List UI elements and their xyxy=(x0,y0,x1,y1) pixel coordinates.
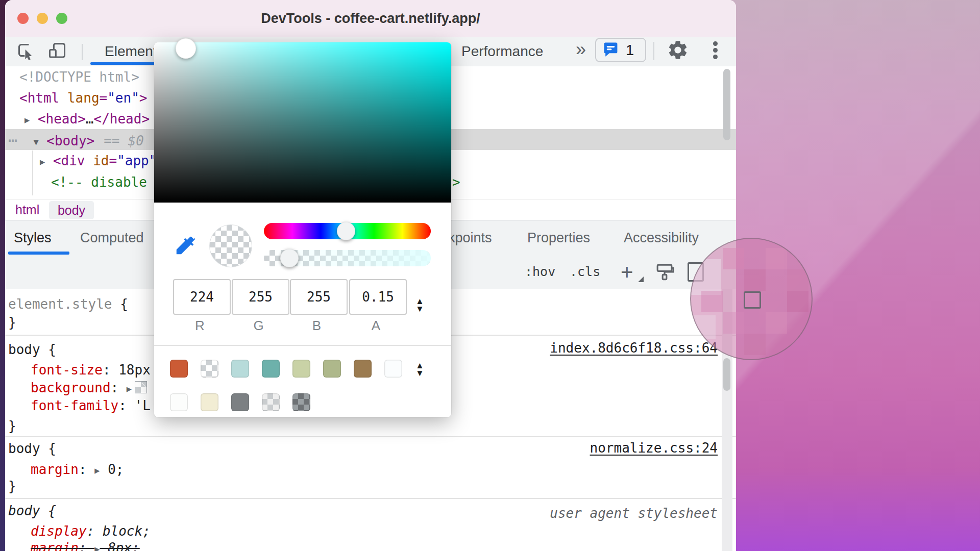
settings-gear-icon[interactable] xyxy=(667,39,689,61)
styles-scrollbar-thumb[interactable] xyxy=(723,358,730,391)
disclosure-closed-icon[interactable]: ▶ xyxy=(40,152,45,172)
window-titlebar: DevTools - coffee-cart.netlify.app/ xyxy=(5,0,736,37)
palette-swatch[interactable] xyxy=(323,360,341,378)
tab-properties[interactable]: Properties xyxy=(527,220,590,256)
dom-node-body[interactable]: ⋯ ▼ <body>==$0 xyxy=(8,130,144,151)
expand-value-icon[interactable]: ▶ xyxy=(94,462,100,480)
blue-label: B xyxy=(290,318,344,334)
hue-slider-handle[interactable] xyxy=(337,222,355,240)
issues-count: 1 xyxy=(626,42,634,59)
rule1-prop-background[interactable]: background: ▶ xyxy=(31,379,147,397)
rule1-selector[interactable]: body { xyxy=(8,341,56,359)
palette-swatch[interactable] xyxy=(201,393,218,411)
disclosure-open-icon[interactable]: ▼ xyxy=(33,132,38,153)
alpha-slider-handle[interactable] xyxy=(280,249,299,267)
tab-styles[interactable]: Styles xyxy=(14,220,52,256)
breadcrumb-item-body[interactable]: body xyxy=(49,201,94,219)
palette-swatch[interactable] xyxy=(231,360,249,378)
eyedropper-magnifier xyxy=(690,238,813,360)
rule1-prop-font-size[interactable]: font-size: 18px xyxy=(31,361,151,379)
color-swatch[interactable] xyxy=(135,381,147,393)
dom-node-head[interactable]: ▶ <head>…</head> xyxy=(24,109,150,130)
rule3-prop-display[interactable]: display: block; xyxy=(31,522,151,540)
red-label: R xyxy=(173,318,227,334)
elements-scrollbar-thumb[interactable] xyxy=(723,69,730,140)
color-format-spinner[interactable]: ▲▼ xyxy=(415,297,424,313)
tab-performance[interactable]: Performance xyxy=(461,41,543,62)
green-value-input[interactable] xyxy=(232,279,289,315)
indent-guide xyxy=(32,151,33,195)
rule2-prop-margin[interactable]: margin: ▶ 0; xyxy=(31,461,124,479)
alpha-label: A xyxy=(349,318,403,334)
device-toolbar-icon[interactable] xyxy=(47,41,67,60)
palette-swatch[interactable] xyxy=(292,360,310,378)
chat-bubble-icon xyxy=(602,41,619,57)
rule-divider xyxy=(5,436,736,437)
toolbar-divider xyxy=(653,42,654,60)
palette-swatch[interactable] xyxy=(262,360,280,378)
color-picker-dialog: R G B A ▲▼ ▲▼ xyxy=(154,42,451,417)
rule2-source-link[interactable]: normalize.css:24 xyxy=(590,439,718,457)
rule1-prop-font-family[interactable]: font-family: 'L xyxy=(31,397,151,415)
disclosure-closed-icon[interactable]: ▶ xyxy=(24,110,30,131)
new-rule-dropdown-icon[interactable] xyxy=(638,277,644,282)
palette-swatch[interactable] xyxy=(170,393,188,411)
window-title: DevTools - coffee-cart.netlify.app/ xyxy=(5,11,736,27)
styles-tab-underline xyxy=(8,252,69,255)
palette-swatch[interactable] xyxy=(170,360,188,378)
blue-value-input[interactable] xyxy=(290,279,348,315)
palette-swatch[interactable] xyxy=(292,393,310,411)
dom-node-html[interactable]: <html lang="en"> xyxy=(19,88,148,109)
palette-swatch[interactable] xyxy=(231,393,249,411)
magnifier-target-pixel xyxy=(744,291,761,309)
more-tabs-chevron-icon[interactable]: » xyxy=(576,39,586,60)
tab-computed[interactable]: Computed xyxy=(80,220,144,256)
palette-swatch[interactable] xyxy=(384,360,402,378)
rule3-source-note: user agent stylesheet xyxy=(550,505,718,522)
inspect-element-icon[interactable] xyxy=(15,41,35,60)
dom-comment-tail: > xyxy=(452,172,460,193)
rule-close-brace: } xyxy=(8,478,16,495)
tab-breakpoints-fragment[interactable]: kpoints xyxy=(448,220,492,256)
expand-value-icon[interactable]: ▶ xyxy=(127,380,132,398)
toolbar-divider xyxy=(82,44,83,60)
red-value-input[interactable] xyxy=(173,279,231,315)
rule3-prop-margin[interactable]: margin: ▶ 8px; xyxy=(31,539,140,551)
palette-swatch[interactable] xyxy=(262,393,280,411)
new-style-rule-button[interactable]: + xyxy=(621,258,633,289)
rule-close-brace: } xyxy=(8,417,16,435)
current-color-swatch[interactable] xyxy=(209,224,252,267)
dom-node-comment[interactable]: <!-- disable xyxy=(51,172,147,193)
palette-swatch[interactable] xyxy=(354,360,372,378)
rule-element-style[interactable]: element.style { xyxy=(8,295,128,313)
dom-node-doctype[interactable]: <!DOCTYPE html> xyxy=(19,67,139,88)
toggle-hover-state[interactable]: :hov xyxy=(525,255,555,289)
node-more-actions-icon[interactable]: ⋯ xyxy=(8,131,17,149)
rule-close-brace: } xyxy=(8,314,16,332)
palette-pager-spinner[interactable]: ▲▼ xyxy=(415,362,424,377)
kebab-menu-icon[interactable] xyxy=(713,39,718,61)
dom-node-div-app[interactable]: ▶ <div id="app" xyxy=(40,151,157,171)
rendering-emulation-icon[interactable] xyxy=(654,262,675,282)
rule-divider xyxy=(5,498,736,499)
palette-swatch[interactable] xyxy=(201,360,218,378)
rule1-source-link[interactable]: index.8d6c6f18.css:64 xyxy=(550,339,718,357)
rule2-selector[interactable]: body { xyxy=(8,440,56,458)
saturation-value-field[interactable] xyxy=(154,42,451,203)
tab-accessibility[interactable]: Accessibility xyxy=(624,220,699,256)
picker-divider xyxy=(154,345,451,346)
green-label: G xyxy=(232,318,285,334)
expand-value-icon: ▶ xyxy=(94,540,100,551)
eyedropper-icon[interactable] xyxy=(174,234,197,257)
alpha-value-input[interactable] xyxy=(349,279,407,315)
toggle-element-classes[interactable]: .cls xyxy=(570,255,600,289)
breadcrumb-item-html[interactable]: html xyxy=(15,199,39,220)
saturation-value-handle[interactable] xyxy=(176,38,196,59)
issues-button[interactable]: 1 xyxy=(595,38,646,62)
dollar-zero-ref: $0 xyxy=(128,133,144,148)
rule3-selector[interactable]: body { xyxy=(8,502,56,520)
